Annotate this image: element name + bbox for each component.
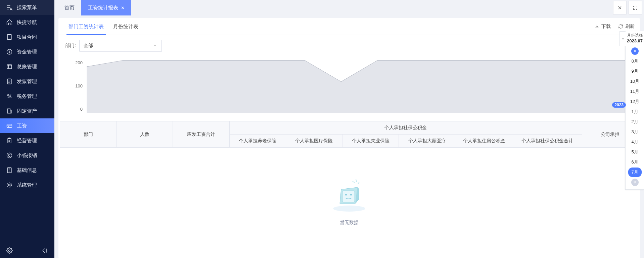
- sidebar-footer: [0, 245, 54, 258]
- sidebar-item-11[interactable]: 基础信息: [0, 163, 54, 178]
- sidebar-item-10[interactable]: 小畅报销: [0, 148, 54, 163]
- content-panel: 部门工资统计表月份统计表 下载 刷新 部门: 全部 0100200: [58, 18, 640, 258]
- close-all-tabs-button[interactable]: [613, 1, 627, 14]
- tab-1[interactable]: 工资统计报表✕: [81, 0, 131, 15]
- dept-select-value: 全部: [84, 43, 93, 49]
- tab-0[interactable]: 首页: [58, 0, 81, 15]
- tab-bar: 首页工资统计报表✕: [54, 0, 644, 15]
- sidebar-item-label: 经营管理: [17, 138, 37, 144]
- y-tick: 200: [75, 60, 83, 65]
- inner-tab-1[interactable]: 月份统计表: [108, 18, 143, 35]
- empty-state: 暂无数据: [58, 148, 640, 258]
- sidebar-item-6[interactable]: 税务管理: [0, 89, 54, 104]
- svg-rect-8: [7, 124, 12, 127]
- sidebar-item-5[interactable]: 发票管理: [0, 74, 54, 89]
- table-subheader: 个人承担养老保险: [229, 135, 286, 148]
- home-icon: [6, 19, 13, 26]
- month-picker: 月份选择 2023.07 8月9月10月11月12月20231月2月3月4月5月…: [625, 31, 644, 190]
- data-table-scroll[interactable]: 部门人数应发工资合计个人承担社保公积金公司承担 个人承担养老保险个人承担医疗保险…: [60, 121, 639, 148]
- sidebar-item-7[interactable]: 固定资产: [0, 104, 54, 118]
- building-icon: [6, 108, 13, 114]
- month-picker-title: 月份选择: [627, 31, 643, 38]
- dept-filter-label: 部门:: [65, 43, 76, 49]
- sidebar-item-8[interactable]: 工资: [0, 118, 54, 133]
- sidebar-item-9[interactable]: 经营管理: [0, 133, 54, 148]
- table-header-group: 个人承担社保公积金: [229, 121, 582, 135]
- c-circle-icon: [6, 152, 13, 159]
- table-subheader: 个人承担医疗保险: [286, 135, 342, 148]
- empty-illustration-icon: [329, 177, 369, 214]
- month-option-3[interactable]: 11月: [628, 87, 642, 96]
- sidebar-item-3[interactable]: 资金管理: [0, 44, 54, 59]
- chevron-down-icon: [153, 43, 157, 49]
- fullscreen-button[interactable]: [629, 1, 642, 14]
- month-picker-next-button[interactable]: [631, 179, 639, 186]
- doc-icon: [6, 34, 13, 40]
- table-header: 应发工资合计: [173, 121, 229, 148]
- inner-tab-0[interactable]: 部门工资统计表: [64, 18, 108, 35]
- settings-icon[interactable]: [6, 247, 13, 254]
- month-option-1[interactable]: 9月: [628, 67, 642, 76]
- coin-icon: [6, 48, 13, 55]
- month-option-6[interactable]: 2月: [628, 117, 642, 126]
- sidebar-item-0[interactable]: 搜索菜单: [0, 0, 54, 15]
- svg-point-15: [9, 250, 10, 252]
- sidebar-item-label: 发票管理: [17, 78, 37, 85]
- table-subheader: 个人承担社保公积金合计: [513, 135, 582, 148]
- gear-ring-icon: [6, 182, 13, 188]
- refresh-button[interactable]: 刷新: [618, 24, 635, 30]
- collapse-sidebar-icon[interactable]: [42, 247, 48, 254]
- month-option-10[interactable]: 6月: [628, 157, 642, 167]
- month-picker-prev-button[interactable]: [631, 47, 639, 55]
- month-option-7[interactable]: 3月: [628, 127, 642, 137]
- sidebar-item-2[interactable]: 项目合同: [0, 30, 54, 44]
- sidebar-item-label: 工资: [17, 123, 27, 129]
- chart: 0100200: [58, 54, 640, 119]
- svg-rect-19: [345, 194, 347, 195]
- sidebar-item-4[interactable]: 总账管理: [0, 59, 54, 74]
- sidebar: 搜索菜单快捷导航项目合同资金管理总账管理发票管理税务管理固定资产工资经营管理小畅…: [0, 0, 54, 258]
- dept-select[interactable]: 全部: [79, 40, 162, 52]
- month-option-2[interactable]: 10月: [628, 77, 642, 86]
- table-header: 人数: [117, 121, 173, 148]
- svg-rect-3: [7, 65, 11, 69]
- sidebar-item-label: 系统管理: [17, 182, 37, 188]
- sidebar-item-label: 总账管理: [17, 64, 37, 70]
- inner-tab-bar: 部门工资统计表月份统计表 下载 刷新: [58, 18, 640, 35]
- receipt-icon: [6, 78, 13, 85]
- clipboard-icon: [6, 137, 13, 144]
- tab-label: 工资统计报表: [88, 5, 118, 11]
- svg-rect-18: [342, 191, 355, 202]
- month-picker-year-badge: 2023: [612, 102, 626, 108]
- ledger-icon: [6, 63, 13, 70]
- sidebar-item-label: 小畅报销: [17, 152, 37, 159]
- sidebar-item-label: 项目合同: [17, 34, 37, 40]
- refresh-label: 刷新: [625, 24, 635, 30]
- month-picker-collapse-button[interactable]: [619, 31, 626, 46]
- filter-row: 部门: 全部: [58, 35, 640, 54]
- main: 首页工资统计报表✕ 部门工资统计表月份统计表 下载 刷新 部门:: [54, 0, 644, 258]
- svg-point-0: [10, 8, 12, 10]
- month-option-11[interactable]: 7月: [628, 168, 642, 177]
- month-option-9[interactable]: 5月: [628, 147, 642, 157]
- svg-rect-12: [7, 168, 11, 173]
- svg-rect-4: [7, 79, 11, 84]
- svg-point-11: [7, 153, 12, 158]
- month-option-8[interactable]: 4月: [628, 137, 642, 147]
- sidebar-item-12[interactable]: 系统管理: [0, 178, 54, 192]
- month-option-4[interactable]: 12月: [628, 97, 642, 106]
- month-option-0[interactable]: 8月: [628, 57, 642, 66]
- svg-point-17: [333, 206, 365, 212]
- y-tick: 0: [80, 107, 83, 112]
- sidebar-item-label: 税务管理: [17, 93, 37, 100]
- month-option-5[interactable]: 1月: [628, 107, 642, 116]
- svg-point-13: [7, 183, 11, 187]
- download-button[interactable]: 下载: [594, 24, 611, 30]
- tab-close-icon[interactable]: ✕: [121, 5, 125, 10]
- card-icon: [6, 122, 13, 129]
- empty-text: 暂无数据: [340, 220, 359, 226]
- sidebar-item-1[interactable]: 快捷导航: [0, 15, 54, 30]
- sidebar-item-label: 快捷导航: [17, 19, 37, 26]
- info-doc-icon: [6, 167, 13, 174]
- table-subheader: 个人承担失业保险: [342, 135, 399, 148]
